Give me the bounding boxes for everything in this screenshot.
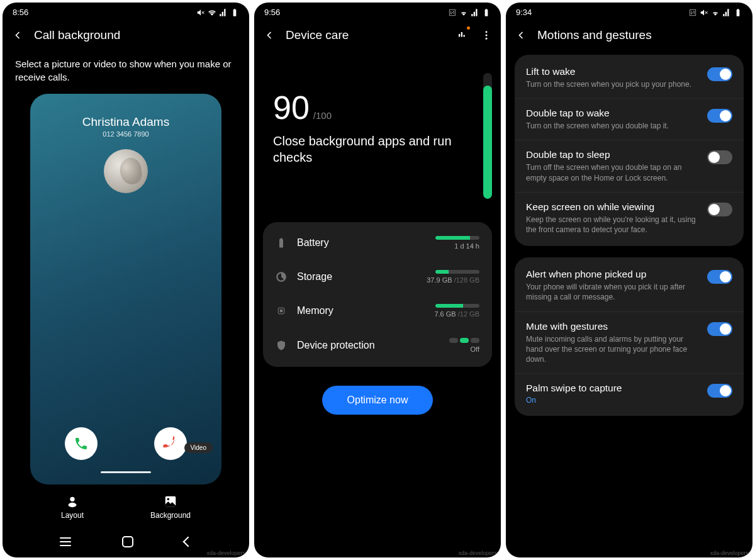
settings-card-2: Alert when phone picked up Your phone wi… — [515, 257, 744, 416]
svg-point-1 — [69, 503, 77, 507]
toggle[interactable] — [707, 203, 732, 216]
nav-back[interactable] — [183, 537, 194, 547]
caller-avatar — [104, 149, 148, 193]
toggle[interactable] — [707, 270, 732, 284]
header: Motions and gestures — [506, 20, 752, 51]
battery-value: 1 d 14 h — [454, 242, 479, 250]
svg-point-0 — [70, 497, 74, 501]
memory-icon — [276, 305, 287, 316]
status-icons — [196, 8, 239, 17]
device-score: 90 — [273, 89, 310, 126]
toggle[interactable] — [707, 109, 732, 123]
battery-icon — [482, 8, 491, 17]
bottom-tabs: Layout Background — [3, 484, 249, 525]
screenshot-device-care: 9:56 Device care 90 /100 Close backgroun… — [254, 3, 501, 557]
svg-point-6 — [486, 38, 488, 40]
video-badge[interactable]: Video — [184, 442, 213, 453]
care-card: Battery 1 d 14 h Storage 37.9 GB /128 GB… — [263, 222, 492, 367]
mute-icon — [196, 8, 205, 17]
setting-alert-pickup[interactable]: Alert when phone picked up Your phone wi… — [515, 260, 744, 311]
back-icon[interactable] — [11, 29, 24, 42]
tab-background[interactable]: Background — [150, 495, 191, 520]
setting-desc: Turn on the screen when you double tap i… — [526, 121, 698, 131]
svg-point-4 — [486, 31, 488, 33]
setting-desc: Mute incoming calls and alarms by puttin… — [526, 334, 698, 365]
setting-title: Double tap to wake — [526, 108, 698, 119]
more-icon[interactable] — [481, 30, 492, 41]
score-message: Close background apps and run checks — [273, 133, 482, 165]
nav-recents[interactable] — [60, 537, 71, 546]
storage-row[interactable]: Storage 37.9 GB /128 GB — [263, 260, 492, 294]
setting-desc: Your phone will vibrate when you pick it… — [526, 282, 698, 302]
status-bar: 9:56 — [254, 3, 501, 20]
watermark: xda-developers — [458, 550, 497, 556]
storage-label: Storage — [297, 271, 417, 283]
memory-row[interactable]: Memory 7.6 GB /12 GB — [263, 294, 492, 328]
setting-double-tap-wake[interactable]: Double tap to wake Turn on the screen wh… — [515, 98, 744, 140]
status-bar: 8:56 — [3, 3, 249, 20]
setting-double-tap-sleep[interactable]: Double tap to sleep Turn off the screen … — [515, 140, 744, 191]
setting-title: Mute with gestures — [526, 321, 698, 332]
preview-handle — [101, 471, 151, 473]
settings-card-1: Lift to wake Turn on the screen when you… — [515, 55, 744, 246]
setting-palm-swipe[interactable]: Palm swipe to capture On — [515, 373, 744, 413]
signal-icon — [471, 8, 479, 17]
setting-lift-to-wake[interactable]: Lift to wake Turn on the screen when you… — [515, 57, 744, 98]
nav-home[interactable] — [122, 536, 133, 547]
battery-label: Battery — [297, 237, 425, 249]
storage-total: /128 GB — [454, 276, 479, 284]
watermark: xda-developers — [206, 550, 245, 556]
setting-title: Double tap to sleep — [526, 149, 698, 160]
svg-rect-8 — [281, 238, 282, 240]
screenshot-call-background: 8:56 Call background Select a picture or… — [3, 3, 249, 557]
tab-layout[interactable]: Layout — [61, 495, 84, 520]
setting-desc: Turn on the screen when you pick up your… — [526, 79, 698, 89]
svg-point-5 — [486, 35, 488, 36]
toggle[interactable] — [707, 322, 732, 336]
setting-mute-gestures[interactable]: Mute with gestures Mute incoming calls a… — [515, 311, 744, 374]
setting-desc: Turn off the screen when you double tap … — [526, 162, 698, 182]
status-time: 8:56 — [13, 8, 28, 17]
setting-keep-screen-on[interactable]: Keep screen on while viewing Keep the sc… — [515, 192, 744, 244]
page-title: Call background — [34, 28, 240, 42]
toggle[interactable] — [707, 384, 732, 398]
back-icon[interactable] — [515, 29, 527, 42]
svg-point-3 — [167, 498, 169, 501]
page-title: Motions and gestures — [537, 28, 744, 42]
status-time: 9:56 — [264, 8, 280, 17]
status-bar: 9:34 — [506, 3, 752, 20]
storage-icon — [276, 271, 287, 283]
svg-rect-7 — [279, 239, 283, 248]
score-max: /100 — [313, 110, 332, 121]
protection-dots — [449, 338, 479, 343]
setting-title: Palm swipe to capture — [526, 383, 698, 394]
answer-button[interactable] — [65, 427, 98, 460]
caller-number: 012 3456 7890 — [103, 130, 148, 138]
setting-status: On — [526, 396, 698, 405]
status-time: 9:34 — [516, 8, 532, 17]
decline-button[interactable] — [154, 427, 187, 460]
call-preview[interactable]: Christina Adams 012 3456 7890 Video — [30, 94, 221, 484]
battery-row[interactable]: Battery 1 d 14 h — [263, 226, 492, 260]
shield-icon — [276, 340, 287, 351]
wifi-icon — [711, 8, 720, 17]
setting-title: Lift to wake — [526, 66, 698, 77]
toggle[interactable] — [707, 67, 732, 81]
setting-title: Alert when phone picked up — [526, 269, 698, 280]
protection-row[interactable]: Device protection Off — [263, 328, 492, 363]
memory-total: /12 GB — [458, 310, 479, 318]
watermark: xda-developers — [710, 550, 749, 556]
battery-icon — [276, 237, 287, 249]
back-icon[interactable] — [263, 29, 276, 42]
tab-label: Background — [150, 511, 191, 520]
layout-icon — [65, 495, 79, 508]
data-usage-icon[interactable] — [457, 28, 468, 42]
score-bar — [483, 73, 492, 199]
caller-name: Christina Adams — [82, 115, 169, 129]
score-section: 90 /100 Close background apps and run ch… — [254, 51, 501, 178]
optimize-button[interactable]: Optimize now — [322, 386, 433, 415]
toggle[interactable] — [707, 150, 732, 164]
setting-title: Keep screen on while viewing — [526, 201, 698, 213]
memory-label: Memory — [297, 305, 424, 316]
page-title: Device care — [286, 28, 447, 42]
